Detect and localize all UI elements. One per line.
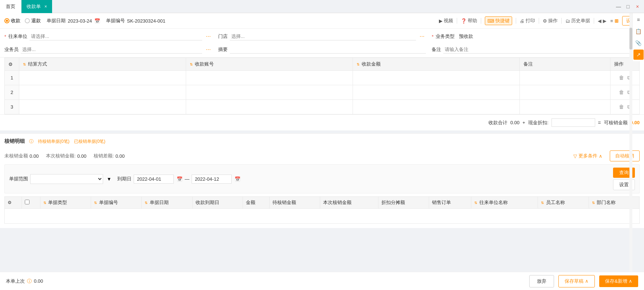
minimize-button[interactable]: —: [614, 2, 623, 11]
actions-cell-3: 🗑 ⧉: [610, 100, 640, 114]
next-icon[interactable]: ▶: [603, 18, 606, 24]
discard-button[interactable]: 放弃: [529, 275, 554, 287]
partner-label: 往来单位: [8, 33, 27, 40]
delete-icon-1[interactable]: 🗑: [619, 75, 624, 81]
date-to-input[interactable]: [192, 175, 232, 184]
bt-checkbox-col[interactable]: [22, 197, 40, 209]
staff-more-btn[interactable]: ···: [204, 46, 212, 53]
calendar-icon-from[interactable]: 📅: [177, 176, 182, 182]
scrollbar-area[interactable]: [629, 13, 632, 272]
remark-input[interactable]: [443, 46, 640, 54]
remark-cell-2[interactable]: [520, 85, 610, 100]
delete-icon-3[interactable]: 🗑: [619, 104, 624, 110]
sort-icon-bt6: ⇅: [592, 201, 595, 205]
tab-home[interactable]: 首页: [0, 0, 21, 13]
pending-tab-link[interactable]: 待核销单据(0笔): [38, 138, 70, 145]
help-icon: ❓: [461, 18, 467, 24]
date-calendar-icon[interactable]: 📅: [94, 18, 100, 24]
history-button[interactable]: 🗂 历史单据: [565, 17, 590, 24]
account-cell-3[interactable]: [186, 100, 353, 114]
video-icon: ▶: [439, 18, 443, 24]
total-value: 0.00: [510, 120, 519, 125]
date-label: 单据日期: [47, 17, 66, 24]
store-input[interactable]: [230, 32, 416, 40]
remark-label: 备注: [432, 46, 441, 53]
bt-doc-no-label: 单据编号: [99, 200, 118, 205]
settlement-cell-2[interactable]: [19, 85, 186, 100]
close-button[interactable]: ×: [633, 2, 642, 11]
settings-col-header[interactable]: ⚙: [5, 58, 19, 71]
sidebar-icon-table[interactable]: ≡: [633, 15, 644, 25]
operations-button[interactable]: ⚙ 操作: [543, 17, 558, 24]
form-section: * 往来单位 ··· 门店 ··· * 业务类型 预收款 ▼ 业务员 ··· 摘…: [0, 29, 644, 58]
remark-cell-1[interactable]: [520, 71, 610, 85]
calendar-icon-to[interactable]: 📅: [235, 176, 240, 182]
settlement-cell-3[interactable]: [19, 100, 186, 114]
verification-info-icon[interactable]: ⓘ: [29, 138, 34, 145]
window-controls: — □ ×: [614, 2, 644, 11]
delete-icon-2[interactable]: 🗑: [619, 89, 624, 95]
print-button[interactable]: 🖨 打印: [520, 17, 535, 24]
done-tab-link[interactable]: 已核销单据(0笔): [74, 138, 106, 145]
amount-cell-2[interactable]: [353, 85, 520, 100]
staff-input[interactable]: [21, 46, 202, 54]
bt-amount-col: 金额: [243, 197, 270, 209]
select-all-checkbox[interactable]: [25, 200, 30, 204]
help-button[interactable]: ❓ 帮助: [461, 17, 477, 24]
bt-doc-no-col: ⇅ 单据编号: [91, 197, 142, 209]
partner-required: *: [4, 34, 6, 39]
maximize-button[interactable]: □: [624, 2, 632, 11]
account-cell-2[interactable]: [186, 85, 353, 100]
store-more-btn[interactable]: ···: [418, 33, 426, 40]
unchecked-stat: 未核销金额 0.00: [4, 153, 39, 159]
plus-sign: +: [522, 120, 525, 125]
store-field: 门店 ···: [218, 32, 426, 40]
staff-label: 业务员: [4, 46, 19, 53]
table-section: ⚙ ⇅ 结算方式 ⇅ 收款账号 ⇅ 收款金额 备注 操作: [0, 58, 644, 114]
partner-input[interactable]: [30, 32, 202, 40]
account-cell-1[interactable]: [186, 71, 353, 85]
row-num-2: 2: [5, 85, 19, 100]
amount-cell-1[interactable]: [353, 71, 520, 85]
sidebar-icon-link[interactable]: ↗: [633, 50, 644, 60]
discount-input[interactable]: [551, 118, 595, 127]
divider2: [481, 18, 481, 24]
memo-input[interactable]: [230, 46, 426, 54]
bottom-info-icon[interactable]: ⓘ: [27, 278, 32, 285]
remark-cell-3[interactable]: [520, 100, 610, 114]
radio-receipt[interactable]: 收款: [4, 17, 20, 24]
partner-more-btn[interactable]: ···: [204, 33, 212, 40]
bt-doc-date-col: ⇅ 单据日期: [142, 197, 192, 209]
actions-cell-1: 🗑 ⧉: [610, 71, 640, 85]
prev-icon[interactable]: ◀: [598, 18, 601, 24]
filter-icon: ▽: [573, 153, 577, 159]
range-field: 单据范围 ▼: [9, 174, 111, 184]
bt-settings-col[interactable]: ⚙: [5, 197, 22, 209]
shortcut-button[interactable]: ⌨ 快捷键: [485, 16, 512, 25]
auto-verification-btn[interactable]: 自动核销: [610, 150, 640, 161]
table-settings-icon[interactable]: ⚙: [8, 62, 13, 67]
settlement-cell-1[interactable]: [19, 71, 186, 85]
bt-current-col: 本次核销金额: [320, 197, 378, 209]
video-button[interactable]: ▶ 视频: [439, 17, 453, 24]
more-conditions-btn[interactable]: ▽ 更多条件 ∧: [573, 153, 602, 159]
save-draft-button[interactable]: 保存草稿 ∧: [558, 275, 595, 287]
bt-doc-date-label: 单据日期: [150, 200, 169, 205]
sidebar-icon-doc[interactable]: 📋: [633, 26, 644, 36]
scrollbar-thumb[interactable]: [629, 28, 632, 50]
save-new-button[interactable]: 保存&新增 ∧: [599, 275, 638, 287]
date-separator: —: [185, 176, 189, 182]
table-row: 1 🗑 ⧉: [5, 71, 640, 85]
tab-close-icon[interactable]: ×: [44, 0, 47, 13]
verification-header: 核销明细 ⓘ 待核销单据(0笔) 已核销单据(0笔): [4, 138, 640, 145]
radio-refund[interactable]: 退款: [25, 17, 41, 24]
grid-view-icon[interactable]: ⊞: [614, 18, 619, 24]
radio-receipt-dot: [4, 18, 9, 23]
tab-current[interactable]: 收款单 ×: [21, 0, 52, 13]
date-from-input[interactable]: [134, 175, 174, 184]
sidebar-icon-attach[interactable]: 📎: [633, 38, 644, 48]
range-select[interactable]: [30, 174, 103, 184]
total-label: 收款合计: [488, 119, 507, 126]
list-view-icon[interactable]: ≡: [610, 18, 613, 24]
amount-cell-3[interactable]: [353, 100, 520, 114]
